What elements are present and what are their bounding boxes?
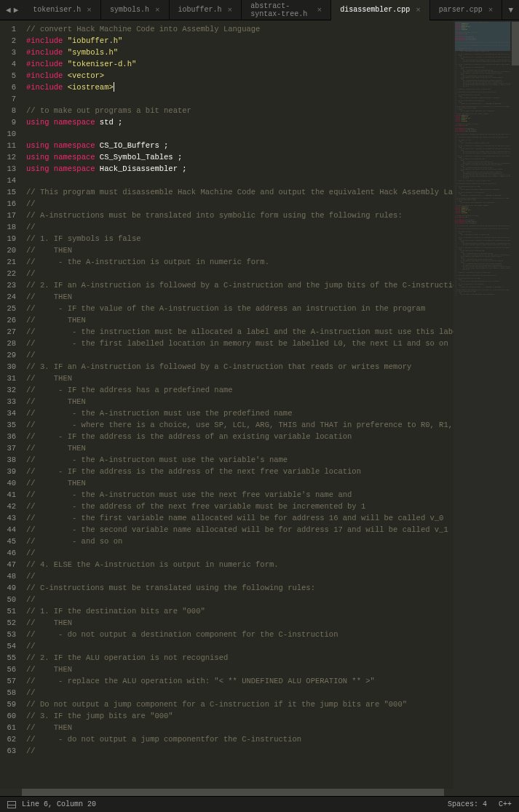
code-line[interactable]: // THEN: [22, 664, 453, 675]
code-line[interactable]: // THEN: [22, 722, 453, 733]
nav-back-icon[interactable]: ◀: [4, 5, 12, 15]
code-line[interactable]: // - where there is a choice, use SP, LC…: [22, 419, 453, 431]
code-line[interactable]: using namespace CS_IO_Buffers ;: [22, 140, 453, 151]
close-icon[interactable]: ×: [87, 6, 92, 15]
code-line[interactable]: //: [22, 594, 453, 605]
panel-icon[interactable]: [7, 801, 16, 808]
code-line[interactable]: // THEN: [22, 314, 453, 326]
code-line[interactable]: using namespace std ;: [22, 116, 453, 128]
code-line[interactable]: // THEN: [22, 396, 453, 407]
code-line[interactable]: // - the A-instruction is output in nume…: [22, 256, 453, 268]
code-line[interactable]: // - the A-instruction must use the pred…: [22, 407, 453, 419]
code-line[interactable]: //: [22, 570, 453, 582]
code-line[interactable]: // - IF the value of the A-instruction i…: [22, 303, 453, 314]
line-number: 56: [3, 664, 16, 675]
code-line[interactable]: //: [22, 547, 453, 559]
code-line[interactable]: //: [22, 745, 453, 757]
horizontal-scrollbar[interactable]: [0, 789, 519, 796]
tab-parser-cpp[interactable]: parser.cpp×: [430, 0, 503, 20]
status-right: Spaces: 4 C++: [448, 800, 512, 808]
code-line[interactable]: // 3. IF an A-instruction is followed by…: [22, 361, 453, 373]
code-line[interactable]: // to make out programs a bit neater: [22, 105, 453, 116]
line-number: 25: [3, 303, 16, 314]
code-line[interactable]: #include "symbols.h": [22, 47, 453, 58]
code-line[interactable]: // - and so on: [22, 536, 453, 547]
code-line[interactable]: //: [22, 349, 453, 361]
code-line[interactable]: //: [22, 687, 453, 698]
code-line[interactable]: // 4. ELSE the A-instruction is output i…: [22, 559, 453, 570]
code-line[interactable]: using namespace CS_Symbol_Tables ;: [22, 151, 453, 163]
code-line[interactable]: using namespace Hack_Disassembler ;: [22, 163, 453, 175]
vertical-scrollbar[interactable]: [512, 20, 519, 789]
close-icon[interactable]: ×: [488, 6, 494, 15]
code-line[interactable]: #include "iobuffer.h": [22, 35, 453, 47]
code-line[interactable]: //: [22, 640, 453, 652]
horizontal-scroll-thumb[interactable]: [22, 789, 444, 796]
line-number: 12: [3, 151, 16, 163]
close-icon[interactable]: ×: [228, 6, 233, 15]
code-editor[interactable]: // convert Hack Machine Code into Assemb…: [22, 20, 453, 789]
code-line[interactable]: // This program must disassemble Hack Ma…: [22, 186, 453, 198]
close-icon[interactable]: ×: [155, 6, 160, 15]
code-line[interactable]: // - the A-instructon must use the next …: [22, 489, 453, 501]
code-line[interactable]: // 2. IF the ALU operation is not recogn…: [22, 652, 453, 664]
code-line[interactable]: // THEN: [22, 244, 453, 256]
code-line[interactable]: // 1. IF symbols is false: [22, 233, 453, 244]
code-line[interactable]: // convert Hack Machine Code into Assemb…: [22, 23, 453, 35]
indentation-setting[interactable]: Spaces: 4: [448, 800, 487, 808]
code-line[interactable]: #include <iostream>: [22, 81, 453, 93]
cursor-position[interactable]: Line 6, Column 20: [22, 800, 96, 808]
tab-overflow-icon[interactable]: ▼: [502, 6, 519, 15]
tab-tokeniser-h[interactable]: tokeniser.h×: [24, 0, 101, 20]
code-line[interactable]: // C-instructions must be translated usi…: [22, 582, 453, 594]
line-number: 53: [3, 629, 16, 640]
nav-forward-icon[interactable]: ▶: [12, 5, 20, 15]
code-line[interactable]: //: [22, 268, 453, 279]
code-line[interactable]: // Do not output a jump component for a …: [22, 698, 453, 710]
close-icon[interactable]: ×: [317, 6, 322, 15]
code-line[interactable]: // - the instruction must be allocated a…: [22, 326, 453, 338]
code-line[interactable]: //: [22, 221, 453, 233]
code-line[interactable]: // - the first variable name allocated w…: [22, 512, 453, 524]
tab-abstract-syntax-tree-h[interactable]: abstract-syntax-tree.h×: [242, 0, 331, 20]
vertical-scroll-thumb[interactable]: [512, 22, 519, 65]
code-line[interactable]: // - the first labelled location in memo…: [22, 338, 453, 349]
line-number: 29: [3, 349, 16, 361]
code-line[interactable]: // THEN: [22, 291, 453, 303]
code-line[interactable]: // - IF the address has a predefined nam…: [22, 384, 453, 396]
code-line[interactable]: #include <vector>: [22, 70, 453, 81]
code-line[interactable]: // - IF the address is the address of an…: [22, 431, 453, 442]
code-line[interactable]: // - IF the address is the address of th…: [22, 466, 453, 477]
code-line[interactable]: // - the second variable name allocated …: [22, 524, 453, 536]
code-line[interactable]: // THEN: [22, 373, 453, 384]
tab-symbols-h[interactable]: symbols.h×: [101, 0, 170, 20]
code-line[interactable]: // 2. IF an A-instruction is followed by…: [22, 279, 453, 291]
code-line[interactable]: // THEN: [22, 442, 453, 454]
code-line[interactable]: // - replace the ALU operation with: "< …: [22, 675, 453, 687]
line-number: 32: [3, 384, 16, 396]
minimap[interactable]: // convert Hack Machine Code into Assemb…: [453, 20, 512, 789]
code-line[interactable]: // 3. IF the jump bits are "000": [22, 710, 453, 722]
code-line[interactable]: // - do not output a jump componentfor t…: [22, 733, 453, 745]
tab-disassembler-cpp[interactable]: disassembler.cpp×: [331, 0, 430, 20]
code-line[interactable]: [22, 175, 453, 186]
code-line[interactable]: // THEN: [22, 477, 453, 489]
line-number: 11: [3, 140, 16, 151]
line-number: 13: [3, 163, 16, 175]
language-mode[interactable]: C++: [499, 800, 512, 808]
code-line[interactable]: [22, 128, 453, 140]
code-line[interactable]: //: [22, 198, 453, 210]
code-line[interactable]: [22, 93, 453, 105]
line-number: 60: [3, 710, 16, 722]
code-line[interactable]: // THEN: [22, 617, 453, 629]
code-line[interactable]: // 1. IF the destination bits are "000": [22, 605, 453, 617]
line-number: 37: [3, 442, 16, 454]
code-line[interactable]: // A-instructions must be translated int…: [22, 210, 453, 221]
code-line[interactable]: #include "tokeniser-d.h": [22, 58, 453, 70]
code-line[interactable]: // - do not output a destination compone…: [22, 629, 453, 640]
line-number: 23: [3, 279, 16, 291]
code-line[interactable]: // - the A-instructon must use the varia…: [22, 454, 453, 466]
tab-iobuffer-h[interactable]: iobuffer.h×: [170, 0, 242, 20]
code-line[interactable]: // - the address of the next free variab…: [22, 501, 453, 512]
close-icon[interactable]: ×: [416, 6, 421, 15]
